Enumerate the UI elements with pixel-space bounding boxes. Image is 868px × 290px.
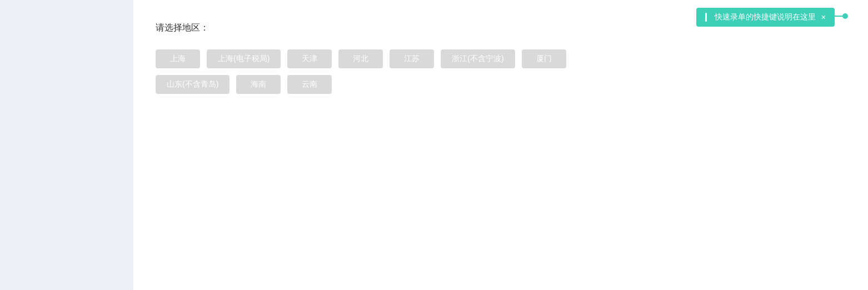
region-btn-xiamen[interactable]: 厦门 [522, 49, 566, 68]
region-btn-shanghai-etax[interactable]: 上海(电子税局) [207, 49, 281, 68]
region-row-2: 山东(不含青岛)海南云南 [156, 75, 846, 94]
dot-connector [842, 13, 848, 19]
tooltip-bar [705, 13, 707, 22]
tooltip-close-button[interactable]: × [821, 13, 826, 22]
tooltip-banner: 快速录单的快捷键说明在这里 × [696, 8, 835, 27]
main-content: 请选择地区： 上海上海(电子税局)天津河北江苏浙江(不含宁波)厦门 山东(不含青… [133, 0, 868, 290]
region-btn-yunnan[interactable]: 云南 [287, 75, 332, 94]
region-btn-zhejiang[interactable]: 浙江(不含宁波) [441, 49, 515, 68]
sidebar [0, 0, 133, 290]
region-btn-hebei[interactable]: 河北 [338, 49, 383, 68]
region-btn-jiangsu[interactable]: 江苏 [390, 49, 434, 68]
region-btn-shanghai[interactable]: 上海 [156, 49, 200, 68]
region-btn-tianjin[interactable]: 天津 [287, 49, 332, 68]
region-row-1: 上海上海(电子税局)天津河北江苏浙江(不含宁波)厦门 [156, 49, 846, 68]
tooltip-text: 快速录单的快捷键说明在这里 [715, 12, 816, 22]
region-btn-shandong[interactable]: 山东(不含青岛) [156, 75, 230, 94]
region-btn-hainan[interactable]: 海南 [236, 75, 281, 94]
